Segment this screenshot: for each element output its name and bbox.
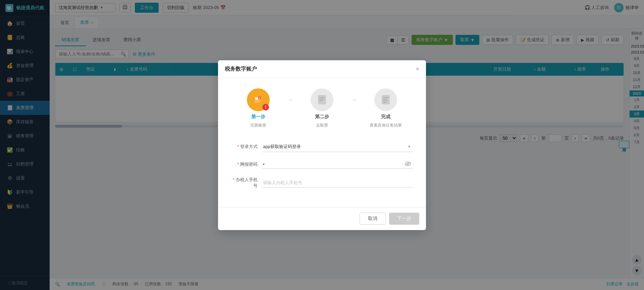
modal-close-btn[interactable]: × (416, 66, 419, 73)
login-method-select[interactable]: app获取验证码登录 ▼ (262, 142, 413, 152)
phone-input[interactable] (262, 178, 413, 188)
step-3-icon (380, 94, 392, 106)
svg-rect-3 (255, 102, 260, 102)
svg-text:!: ! (259, 97, 260, 100)
login-method-row: * 登录方式 app获取验证码登录 ▼ (231, 142, 413, 152)
svg-rect-6 (318, 95, 326, 104)
step-arrow-2: → (349, 96, 359, 103)
step-2-icon-wrapper (311, 88, 333, 111)
phone-label: * 办税人手机号 (231, 177, 262, 189)
step-1-icon-wrapper: ! ! (247, 88, 270, 111)
cancel-button[interactable]: 取消 (360, 213, 386, 225)
password-eye-icon[interactable] (405, 161, 411, 167)
password-label: * 网报密码 (231, 161, 262, 167)
tax-account-modal: 税务数字账户 × ! ! (218, 60, 426, 230)
svg-rect-2 (255, 100, 262, 101)
phone-field (262, 178, 413, 188)
password-field (262, 160, 413, 169)
modal-body: ! ! 第一步 完善账密 → (218, 78, 426, 207)
modal-title: 税务数字账户 (225, 66, 257, 73)
svg-rect-8 (319, 99, 325, 99)
svg-rect-14 (383, 102, 386, 103)
step-2-desc: 去取票 (316, 123, 328, 128)
step-1-badge: ! (262, 104, 269, 111)
step-1: ! ! 第一步 完善账密 (231, 88, 285, 128)
next-button[interactable]: 下一步 (389, 213, 419, 225)
password-input[interactable] (263, 162, 405, 167)
step-1-desc: 完善账密 (250, 123, 266, 128)
login-method-value: app获取验证码登录 (263, 144, 407, 150)
step-3-label: 完成 (381, 114, 390, 120)
modal-footer: 取消 下一步 (218, 207, 426, 230)
svg-rect-9 (319, 100, 323, 101)
svg-rect-7 (319, 97, 325, 98)
svg-rect-11 (383, 97, 388, 98)
step-3-icon-wrapper (374, 88, 397, 111)
login-method-arrow-icon: ▼ (407, 144, 411, 149)
svg-rect-10 (382, 95, 390, 104)
modal-header: 税务数字账户 × (218, 60, 426, 78)
step-2-icon (316, 94, 328, 106)
modal-steps: ! ! 第一步 完善账密 → (231, 88, 413, 128)
modal-overlay: 税务数字账户 × ! ! (0, 0, 644, 290)
step-2-label: 第二步 (315, 114, 329, 120)
svg-rect-12 (383, 99, 387, 99)
login-method-label: * 登录方式 (231, 144, 262, 150)
login-method-field: app获取验证码登录 ▼ (262, 142, 413, 152)
step-arrow-1: → (285, 96, 295, 103)
step-1-icon: ! (252, 94, 264, 106)
password-input-wrapper (262, 160, 413, 169)
password-row: * 网报密码 (231, 160, 413, 169)
step-1-label: 第一步 (251, 114, 265, 120)
step-2: 第二步 去取票 (295, 88, 349, 128)
phone-row: * 办税人手机号 (231, 177, 413, 189)
svg-rect-13 (383, 100, 388, 101)
step-3-desc: 查看具体任务结果 (370, 123, 402, 128)
step-3: 完成 查看具体任务结果 (359, 88, 413, 128)
